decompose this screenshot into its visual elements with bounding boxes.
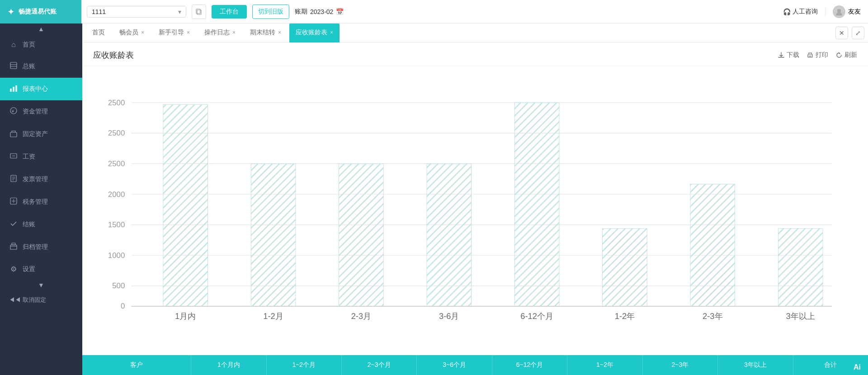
tab-aging-close[interactable]: × — [330, 29, 333, 36]
tab-log-close[interactable]: × — [232, 29, 236, 36]
col-customer: 客户 — [82, 355, 191, 375]
tab-aging-label: 应收账龄表 — [296, 28, 327, 37]
chevron-down-icon: ▾ — [178, 8, 181, 15]
refresh-icon — [835, 52, 843, 59]
col-3year-plus: 3年以上 — [718, 355, 793, 375]
svg-text:1月内: 1月内 — [175, 311, 196, 321]
copy-icon — [195, 8, 203, 15]
consult-button[interactable]: 🎧 人工咨询 — [783, 8, 818, 16]
settings-icon: ⚙ — [9, 265, 18, 273]
sidebar-item-funds[interactable]: ¥ 资金管理 — [0, 100, 82, 123]
sidebar-label-home: 首页 — [23, 41, 35, 49]
sidebar-scroll-up[interactable]: ▲ — [0, 23, 82, 34]
tab-aging[interactable]: 应收账龄表 × — [289, 23, 340, 42]
sidebar-item-assets[interactable]: 固定资产 — [0, 123, 82, 145]
headset-icon: 🎧 — [783, 8, 791, 15]
svg-rect-6 — [10, 89, 12, 92]
page-content: 应收账龄表 下载 — [82, 42, 868, 375]
page-actions: 下载 打印 — [778, 51, 857, 59]
ai-badge[interactable]: Ai — [846, 360, 868, 375]
tab-guide-close[interactable]: × — [187, 29, 190, 36]
col-1-2year: 1~2年 — [567, 355, 642, 375]
sidebar-item-home[interactable]: ⌂ 首页 — [0, 34, 82, 55]
sidebar-label-archive: 归档管理 — [23, 243, 48, 251]
logo-text: 畅捷通易代账 — [19, 8, 57, 16]
svg-text:2500: 2500 — [108, 129, 125, 137]
switch-version-button[interactable]: 切到旧版 — [252, 5, 289, 19]
user-name: 友友 — [848, 8, 861, 16]
cancel-fixed-button[interactable]: ◀◀ 取消固定 — [0, 291, 82, 309]
svg-text:2-3月: 2-3月 — [351, 311, 371, 321]
copy-button[interactable] — [192, 5, 206, 19]
assets-icon — [9, 129, 18, 139]
page-header: 应收账龄表 下载 — [82, 42, 868, 66]
company-selector[interactable]: 1111 ▾ — [87, 6, 186, 18]
workbench-button[interactable]: 工作台 — [212, 5, 247, 19]
bar-1-2月 — [251, 164, 296, 306]
svg-text:1000: 1000 — [108, 251, 125, 260]
tab-bar-right: ✕ ⤢ — [835, 27, 864, 39]
sidebar-item-tax[interactable]: 税务管理 — [0, 191, 82, 213]
svg-text:2500: 2500 — [108, 159, 125, 168]
sidebar-item-invoice[interactable]: 发票管理 — [0, 168, 82, 191]
tab-guide[interactable]: 新手引导 × — [152, 23, 196, 42]
tab-log[interactable]: 操作日志 × — [198, 23, 242, 42]
tab-log-label: 操作日志 — [204, 28, 230, 37]
tab-member[interactable]: 畅会员 × — [113, 23, 151, 42]
col-6-12month: 6~12个月 — [492, 355, 567, 375]
bar-2-3月 — [339, 164, 384, 306]
svg-text:500: 500 — [112, 281, 125, 290]
sidebar-label-funds: 资金管理 — [23, 108, 48, 116]
home-icon: ⌂ — [9, 41, 18, 49]
refresh-label: 刷新 — [844, 51, 857, 59]
expand-tab-button[interactable]: ⤢ — [852, 27, 864, 39]
col-2-3month: 2~3个月 — [342, 355, 417, 375]
refresh-button[interactable]: 刷新 — [835, 51, 857, 59]
sidebar-item-salary[interactable]: 工资 — [0, 145, 82, 168]
tab-bar: 首页 畅会员 × 新手引导 × 操作日志 × 期末结转 × 应收账龄表 × — [82, 23, 868, 42]
tab-period-close-close[interactable]: × — [278, 29, 281, 36]
reports-icon — [9, 84, 18, 94]
svg-text:1-2月: 1-2月 — [263, 311, 283, 321]
col-1-2month: 1~2个月 — [267, 355, 342, 375]
close-all-tabs-button[interactable]: ✕ — [835, 27, 848, 39]
print-button[interactable]: 打印 — [807, 51, 828, 59]
logo-icon: ✦ — [7, 6, 15, 17]
tab-member-close[interactable]: × — [141, 29, 144, 36]
sidebar-item-archive[interactable]: 归档管理 — [0, 236, 82, 258]
ai-badge-label: Ai — [854, 363, 861, 371]
svg-text:1500: 1500 — [108, 220, 125, 229]
sidebar-scroll-down[interactable]: ▼ — [0, 280, 82, 291]
salary-icon — [9, 152, 18, 162]
col-1month: 1个月内 — [191, 355, 266, 375]
sidebar-label-tax: 税务管理 — [23, 198, 48, 206]
svg-rect-25 — [809, 56, 811, 57]
calendar-icon[interactable]: 📅 — [336, 8, 344, 15]
sidebar-item-settings[interactable]: ⚙ 设置 — [0, 258, 82, 280]
svg-rect-8 — [15, 85, 17, 92]
tab-period-close-label: 期末结转 — [250, 28, 275, 37]
divider — [825, 7, 826, 16]
svg-rect-3 — [10, 62, 17, 69]
page-title: 应收账龄表 — [93, 50, 134, 61]
period-label: 账期 — [295, 8, 307, 16]
col-2-3year: 2~3年 — [643, 355, 718, 375]
svg-rect-11 — [10, 132, 17, 137]
sidebar-item-reports[interactable]: 报表中心 — [0, 78, 82, 100]
funds-icon: ¥ — [9, 107, 18, 117]
download-button[interactable]: 下载 — [778, 51, 799, 59]
user-area[interactable]: 友友 — [833, 5, 861, 18]
sidebar-item-ledger[interactable]: 总账 — [0, 55, 82, 78]
tab-period-close[interactable]: 期末结转 × — [244, 23, 288, 42]
download-label: 下载 — [787, 51, 799, 59]
tab-home[interactable]: 首页 — [86, 23, 111, 42]
svg-point-2 — [837, 9, 841, 13]
bar-chart: 2500 2500 2500 2000 1500 1000 500 0 — [93, 74, 857, 348]
svg-text:2000: 2000 — [108, 190, 125, 199]
tab-member-label: 畅会员 — [119, 28, 138, 37]
sidebar-item-checkout[interactable]: 结账 — [0, 213, 82, 236]
svg-text:0: 0 — [121, 302, 125, 310]
logo-area: ✦ 畅捷通易代账 — [0, 0, 81, 23]
content-area: 首页 畅会员 × 新手引导 × 操作日志 × 期末结转 × 应收账龄表 × — [82, 23, 868, 375]
bar-3年以上 — [778, 229, 823, 306]
